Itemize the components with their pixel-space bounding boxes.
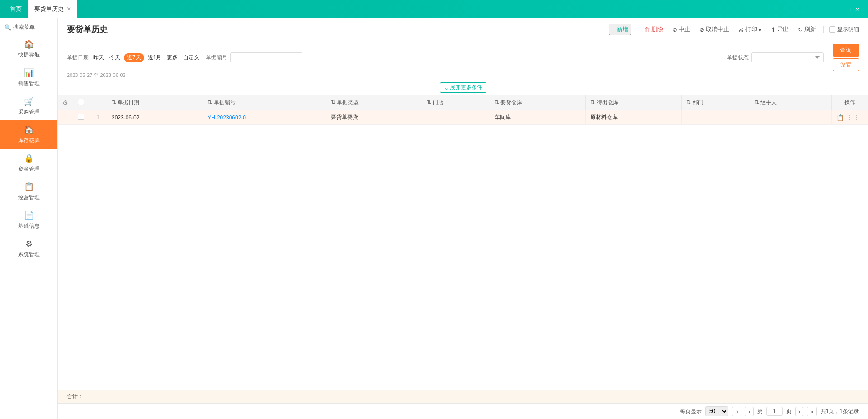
expand-filter-btn[interactable]: ⌄ 展开更多条件 <box>440 82 486 93</box>
refresh-button[interactable]: ↻ 刷新 <box>796 24 818 34</box>
per-page-select[interactable]: 50 20 100 200 <box>705 406 728 416</box>
filter-section: 单据日期 昨天 今天 近7天 近1月 更多 自定义 单据编号 单据状态 <box>58 39 868 95</box>
basic-info-icon: 📄 <box>24 210 34 220</box>
date-shortcuts: 昨天 今天 近7天 近1月 更多 自定义 <box>91 53 201 62</box>
shortcut-yesterday[interactable]: 昨天 <box>91 53 106 62</box>
sidebar: 🔍 搜索菜单 🏠 快捷导航 📊 销售管理 🛒 采购管理 🏠 库存核算 🔒 资金管… <box>0 18 58 419</box>
prev-page-btn[interactable]: ‹ <box>745 407 753 416</box>
toolbar: + 新增 🗑 删除 ⊘ 中止 ⊘ 取消中止 🖨 打印 ▾ <box>609 24 859 35</box>
search-icon: 🔍 <box>5 24 11 31</box>
per-page-label: 每页显示 <box>680 408 702 415</box>
page-input[interactable] <box>766 407 783 416</box>
first-page-btn[interactable]: « <box>732 407 741 416</box>
row-store <box>422 110 490 125</box>
sidebar-item-sales-mgmt[interactable]: 📊 销售管理 <box>0 63 57 92</box>
maximize-btn[interactable]: □ <box>847 6 850 13</box>
query-button[interactable]: 查询 <box>833 44 859 57</box>
table-row: 1 2023-06-02 YH-20230602-0 要货单要货 车间库 原材料… <box>58 110 868 125</box>
close-tab-icon[interactable]: ✕ <box>66 6 71 12</box>
table-header-row: ⚙ ⇅ 单据日期 ⇅ 单据编号 ⇅ 单据类型 <box>58 95 868 110</box>
col-num <box>89 95 107 110</box>
shortcut-1month[interactable]: 近1月 <box>146 53 164 62</box>
home-icon: 🏠 <box>24 39 34 49</box>
chevron-down-icon: ⌄ <box>444 85 448 91</box>
sys-icon: ⚙ <box>25 239 33 249</box>
stop-icon: ⊘ <box>672 26 677 33</box>
row-doc-date: 2023-06-02 <box>107 110 203 125</box>
date-range-display: 2023-05-27 至 2023-06-02 <box>67 72 859 81</box>
last-page-btn[interactable]: » <box>807 407 816 416</box>
requisition-table: ⚙ ⇅ 单据日期 ⇅ 单据编号 ⇅ 单据类型 <box>58 95 868 125</box>
doc-status-select[interactable] <box>751 52 824 62</box>
shortcut-today[interactable]: 今天 <box>108 53 122 62</box>
col-store[interactable]: ⇅ 门店 <box>422 95 490 110</box>
print-button[interactable]: 🖨 打印 ▾ <box>736 24 764 34</box>
doc-status-filter-group: 单据状态 <box>727 52 824 62</box>
tab-requisition-history[interactable]: 要货单历史 ✕ <box>28 0 77 18</box>
cancel-stop-icon: ⊘ <box>699 26 704 33</box>
table-body: 1 2023-06-02 YH-20230602-0 要货单要货 车间库 原材料… <box>58 110 868 125</box>
col-doc-number[interactable]: ⇅ 单据编号 <box>203 95 326 110</box>
col-dept[interactable]: ⇅ 部门 <box>682 95 750 110</box>
select-all-checkbox[interactable] <box>78 99 84 105</box>
sidebar-item-sys-mgmt[interactable]: ⚙ 系统管理 <box>0 234 57 263</box>
total-label: 合计： <box>67 393 83 400</box>
doc-number-link[interactable]: YH-20230602-0 <box>208 114 246 121</box>
date-filter-label: 单据日期 <box>67 54 89 62</box>
col-handler[interactable]: ⇅ 经手人 <box>750 95 831 110</box>
shortcut-custom[interactable]: 自定义 <box>181 53 201 62</box>
row-edit-icon[interactable]: 📋 <box>836 114 844 121</box>
page-title: 要货单历史 <box>67 24 108 35</box>
col-store-label: ⇅ 门店 <box>427 99 443 105</box>
search-menu-item[interactable]: 🔍 搜索菜单 <box>0 20 57 35</box>
row-more-icon[interactable]: ⋮⋮ <box>847 114 859 121</box>
col-pending-warehouse[interactable]: ⇅ 待出仓库 <box>586 95 682 110</box>
stop-button[interactable]: ⊘ 中止 <box>670 24 692 34</box>
sidebar-item-quick-nav[interactable]: 🏠 快捷导航 <box>0 35 57 63</box>
table-area: ⚙ ⇅ 单据日期 ⇅ 单据编号 ⇅ 单据类型 <box>58 95 868 390</box>
settings-button[interactable]: 设置 <box>833 58 859 71</box>
col-settings-icon[interactable]: ⚙ <box>62 99 68 106</box>
content-area: 要货单历史 + 新增 🗑 删除 ⊘ 中止 ⊘ 取消中止 🖨 打 <box>58 18 868 419</box>
col-req-warehouse-label: ⇅ 要货仓库 <box>495 99 522 105</box>
footer-bar: 合计： <box>58 390 868 403</box>
export-icon: ⬆ <box>771 26 776 33</box>
col-settings[interactable]: ⚙ <box>58 95 73 110</box>
row-checkbox[interactable] <box>78 114 84 120</box>
print-dropdown-icon[interactable]: ▾ <box>759 26 762 33</box>
pagination-bar: 每页显示 50 20 100 200 « ‹ 第 页 › » 共1页，1条记录 <box>58 403 868 419</box>
row-pending-warehouse: 原材料仓库 <box>586 110 682 125</box>
row-handler <box>750 110 831 125</box>
sidebar-item-ops-mgmt[interactable]: 📋 经营管理 <box>0 177 57 206</box>
col-doc-type[interactable]: ⇅ 单据类型 <box>326 95 422 110</box>
doc-number-input[interactable] <box>230 52 302 62</box>
row-settings-col <box>58 110 73 125</box>
sidebar-item-inventory-calc[interactable]: 🏠 库存核算 <box>0 120 57 149</box>
doc-number-filter-group: 单据编号 <box>206 52 302 62</box>
row-check-col <box>73 110 89 125</box>
minimize-btn[interactable]: — <box>836 6 842 13</box>
sidebar-item-purchase-mgmt[interactable]: 🛒 采购管理 <box>0 92 57 120</box>
tab-home[interactable]: 首页 <box>4 0 28 18</box>
window-close-btn[interactable]: ✕ <box>855 6 860 13</box>
col-doc-date[interactable]: ⇅ 单据日期 <box>107 95 203 110</box>
col-doc-number-label: ⇅ 单据编号 <box>208 99 235 105</box>
shortcut-7days[interactable]: 近7天 <box>124 53 144 62</box>
page-label: 第 <box>757 408 763 415</box>
new-button[interactable]: + 新增 <box>609 24 631 35</box>
checkbox-display[interactable] <box>829 26 835 33</box>
export-button[interactable]: ⬆ 导出 <box>769 24 791 34</box>
shortcut-more[interactable]: 更多 <box>165 53 179 62</box>
col-check <box>73 95 89 110</box>
display-detail-toggle[interactable]: 显示明细 <box>829 26 859 33</box>
cancel-stop-button[interactable]: ⊘ 取消中止 <box>698 24 731 34</box>
filter-bar-row1: 单据日期 昨天 今天 近7天 近1月 更多 自定义 单据编号 单据状态 <box>67 44 859 71</box>
delete-button[interactable]: 🗑 删除 <box>642 24 665 34</box>
sidebar-item-basic-info[interactable]: 📄 基础信息 <box>0 206 57 234</box>
col-req-warehouse[interactable]: ⇅ 要货仓库 <box>490 95 586 110</box>
page-suffix: 页 <box>786 408 792 415</box>
divider1 <box>637 26 637 33</box>
col-pending-warehouse-label: ⇅ 待出仓库 <box>590 99 618 105</box>
next-page-btn[interactable]: › <box>795 407 803 416</box>
sidebar-item-capital-mgmt[interactable]: 🔒 资金管理 <box>0 149 57 177</box>
